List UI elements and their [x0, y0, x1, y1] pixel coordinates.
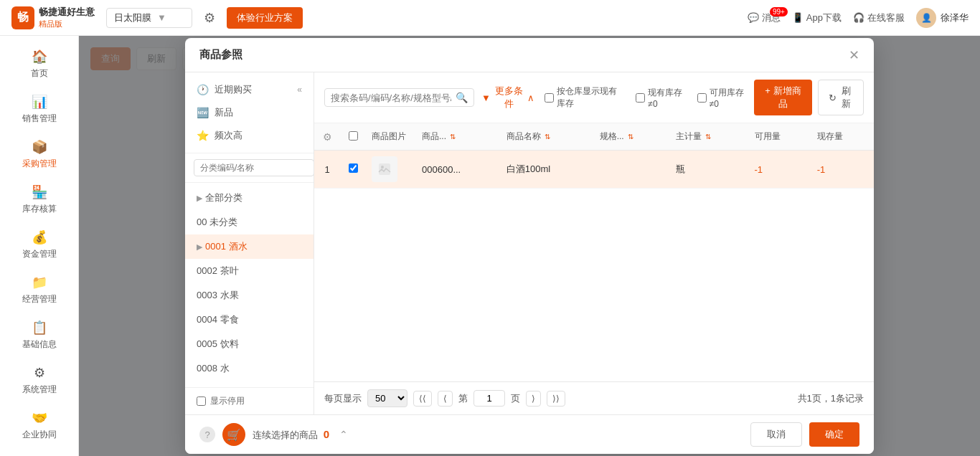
store-name: 日太阳膜 — [114, 11, 151, 24]
show-disabled-checkbox[interactable] — [197, 396, 206, 406]
filter-icon: ▼ — [481, 92, 491, 103]
cell-checkbox[interactable] — [340, 151, 366, 189]
modal-header: 商品参照 ✕ — [185, 38, 874, 72]
quick-nav: 🕐 近期购买 « 🆕 新品 ⭐ 频次高 — [185, 72, 314, 153]
available-stock-checkbox[interactable] — [697, 93, 707, 103]
refresh-label: 刷新 — [839, 85, 853, 110]
more-filter-button[interactable]: ▼ 更多条件 ∧ — [481, 85, 534, 110]
per-page-select[interactable]: 50 100 — [367, 389, 407, 407]
modal-footer: ? 🛒 连续选择的商品 0 ⌃ 取消 确定 — [185, 414, 874, 454]
page-prev-button[interactable]: ⟨ — [438, 391, 453, 407]
sidebar-item-purchase[interactable]: 📦 采购管理 — [0, 132, 78, 177]
gear-icon[interactable]: ⚙ — [201, 7, 218, 29]
sidebar-item-system[interactable]: ⚙ 系统管理 — [0, 358, 78, 403]
headset-icon: 🎧 — [853, 12, 864, 23]
sort-name-icon[interactable]: ⇅ — [545, 133, 550, 141]
store-select[interactable]: 日太阳膜 ▼ — [106, 8, 192, 28]
cat-label-0004: 0004 零食 — [197, 313, 239, 326]
gear-icon[interactable]: ⚙ — [323, 131, 332, 143]
col-stock: 现存量 — [811, 123, 874, 151]
search-icon[interactable]: 🔍 — [456, 92, 468, 103]
col-name: 商品名称 ⇅ — [501, 123, 594, 151]
recent-icon: 🕐 — [197, 84, 209, 95]
show-stock-checkbox[interactable] — [545, 93, 554, 103]
page-last-button[interactable]: ⟩⟩ — [547, 391, 565, 407]
category-item-00[interactable]: 00 未分类 — [185, 210, 314, 234]
service-nav[interactable]: 🎧 在线客服 — [853, 11, 905, 24]
message-nav[interactable]: 💬 消息 99+ — [748, 11, 781, 24]
nonzero-stock-checkbox[interactable] — [636, 93, 645, 103]
sidebar-item-sales[interactable]: 📊 销售管理 — [0, 87, 78, 132]
sidebar-label-system: 系统管理 — [22, 384, 57, 396]
category-item-0002[interactable]: 0002 茶叶 — [185, 259, 314, 283]
navbar: 畅 畅捷通好生意 精品版 日太阳膜 ▼ ⚙ 体验行业方案 💬 消息 99+ 📱 … — [0, 0, 980, 36]
checkbox-show-stock[interactable]: 按仓库显示现有库存 — [545, 85, 624, 110]
category-item-0010[interactable]: 0010 家电 — [185, 381, 314, 387]
inventory-icon: 🏪 — [32, 184, 47, 200]
category-search-input[interactable] — [194, 159, 314, 176]
home-icon: 🏠 — [32, 49, 47, 65]
cat-label-0008: 0008 水 — [197, 362, 230, 375]
confirm-button[interactable]: 确定 — [809, 422, 859, 447]
table-body: 1 000600... 白酒100ml — [314, 151, 874, 189]
sort-spec-icon[interactable]: ⇅ — [628, 133, 633, 141]
cancel-button[interactable]: 取消 — [750, 422, 802, 447]
checkbox-available-stock[interactable]: 可用库存≠0 — [697, 87, 747, 109]
footer-collapse-icon[interactable]: ⌃ — [339, 429, 348, 440]
cell-stock: -1 — [811, 151, 874, 189]
col-available: 可用量 — [749, 123, 811, 151]
pagination: 每页显示 50 100 ⟨⟨ ⟨ 第 页 ⟩ ⟩⟩ — [314, 381, 874, 414]
cart-icon[interactable]: 🛒 — [222, 423, 245, 446]
sidebar-item-home[interactable]: 🏠 首页 — [0, 42, 78, 87]
sidebar-item-inventory[interactable]: 🏪 库存核算 — [0, 177, 78, 222]
category-item-0008[interactable]: 0008 水 — [185, 356, 314, 381]
sidebar-item-enterprise[interactable]: 🤝 企业协同 — [0, 403, 78, 448]
table-row[interactable]: 1 000600... 白酒100ml — [314, 151, 874, 189]
page-number-input[interactable] — [473, 390, 505, 407]
quick-nav-frequent[interactable]: ⭐ 频次高 — [185, 124, 314, 147]
modal-title: 商品参照 — [199, 48, 242, 62]
sidebar-item-operation[interactable]: 📁 经营管理 — [0, 267, 78, 313]
sidebar-item-guide[interactable]: 📚 新手引导 — [0, 448, 78, 456]
add-product-button[interactable]: + 新增商品 — [754, 80, 812, 115]
quick-nav-recent[interactable]: 🕐 近期购买 « — [185, 78, 314, 101]
checkbox-nonzero-stock[interactable]: 现有库存≠0 — [636, 87, 685, 109]
search-bar: 🔍 ▼ 更多条件 ∧ 按仓库显示现有库存 — [314, 72, 874, 123]
user-menu[interactable]: 👤 徐泽华 — [916, 8, 969, 28]
col-checkbox — [340, 123, 366, 151]
cat-label-0003: 0003 水果 — [197, 289, 239, 302]
category-item-0004[interactable]: 0004 零食 — [185, 308, 314, 332]
category-item-0001[interactable]: ▶ 0001 酒水 — [185, 234, 314, 259]
page-first-button[interactable]: ⟨⟨ — [413, 391, 432, 407]
quick-nav-new[interactable]: 🆕 新品 — [185, 101, 314, 124]
left-panel: 🕐 近期购买 « 🆕 新品 ⭐ 频次高 — [185, 72, 314, 414]
cell-code: 000600... — [416, 151, 501, 189]
product-reference-modal: 商品参照 ✕ 🕐 近期购买 « � — [185, 38, 874, 454]
sort-code-icon[interactable]: ⇅ — [450, 133, 456, 141]
search-input[interactable] — [331, 92, 451, 103]
sidebar-item-finance[interactable]: 💰 资金管理 — [0, 222, 78, 267]
page-unit-label: 页 — [511, 392, 520, 405]
experience-button[interactable]: 体验行业方案 — [227, 7, 303, 29]
select-all-checkbox[interactable] — [349, 131, 358, 141]
collapse-button[interactable]: « — [297, 85, 302, 95]
refresh-button[interactable]: ↻ 刷新 — [818, 80, 864, 115]
sidebar-item-basic[interactable]: 📋 基础信息 — [0, 313, 78, 358]
col-gear[interactable]: ⚙ — [314, 123, 340, 151]
category-item-0005[interactable]: 0005 饮料 — [185, 332, 314, 356]
sort-unit-icon[interactable]: ⇅ — [705, 133, 711, 141]
col-code: 商品... ⇅ — [416, 123, 501, 151]
row-checkbox[interactable] — [349, 163, 358, 173]
modal-close-button[interactable]: ✕ — [849, 49, 859, 62]
show-disabled: 显示停用 — [185, 387, 314, 414]
page-next-button[interactable]: ⟩ — [526, 391, 541, 407]
app-download-nav[interactable]: 📱 App下载 — [792, 11, 842, 24]
sidebar-label-enterprise: 企业协同 — [22, 429, 57, 441]
service-label: 在线客服 — [867, 11, 905, 24]
message-icon: 💬 — [748, 12, 759, 23]
selected-products-label: 连续选择的商品 0 — [253, 428, 332, 442]
right-buttons: + 新增商品 ↻ 刷新 — [754, 80, 864, 115]
category-item-0003[interactable]: 0003 水果 — [185, 283, 314, 308]
help-icon[interactable]: ? — [199, 427, 215, 442]
category-item-all[interactable]: ▶ 全部分类 — [185, 186, 314, 210]
